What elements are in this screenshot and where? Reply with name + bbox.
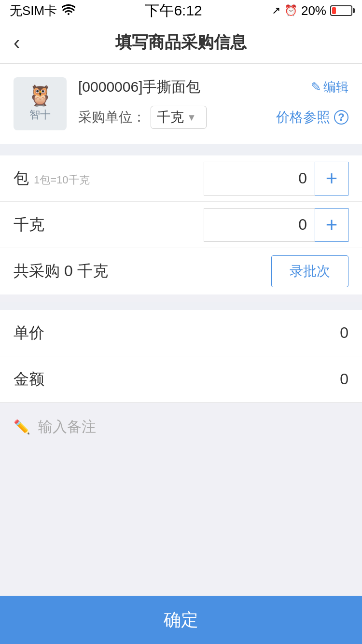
- edit-button[interactable]: ✎ 编辑: [311, 79, 348, 96]
- bag-input-row: 包 1包=10千克 0 +: [0, 155, 362, 202]
- amount-row: 金额 0: [0, 356, 362, 403]
- bag-plus-button[interactable]: +: [315, 162, 348, 196]
- page-title: 填写商品采购信息: [115, 31, 247, 54]
- unit-prefix: 采购单位：: [78, 108, 146, 126]
- unit-label: 采购单位： 千克 ▼: [78, 106, 207, 129]
- edit-icon: ✎: [311, 80, 321, 95]
- product-title: 手撕面包: [142, 79, 200, 95]
- carrier-label: 无SIM卡: [10, 2, 57, 19]
- summary-row: 共采购 0 千克 录批次: [0, 248, 362, 294]
- price-ref-info-icon: ?: [334, 110, 348, 125]
- confirm-button[interactable]: 确定: [0, 596, 362, 644]
- product-image-owl: 🦉: [28, 85, 53, 106]
- product-info: [0000006]手撕面包 ✎ 编辑 采购单位： 千克 ▼ 价格参照 ?: [78, 77, 348, 129]
- price-ref-button[interactable]: 价格参照 ?: [276, 108, 348, 126]
- bag-label: 包 1包=10千克: [14, 168, 90, 189]
- remark-section[interactable]: ✏️ 输入备注: [0, 403, 362, 451]
- summary-unit: 千克: [77, 262, 108, 280]
- kg-input-field[interactable]: 0: [204, 208, 315, 242]
- bag-label-text: 包: [14, 168, 29, 189]
- kg-input-right: 0 +: [204, 208, 348, 242]
- price-ref-label: 价格参照: [276, 108, 330, 126]
- kg-value: 0: [298, 216, 307, 234]
- status-bar: 无SIM卡 下午6:12 ↗ ⏰ 20%: [0, 0, 362, 21]
- section-divider-2: [0, 302, 362, 310]
- nav-bar: ‹ 填写商品采购信息: [0, 21, 362, 64]
- status-right: ↗ ⏰ 20%: [272, 3, 352, 18]
- kg-label-text: 千克: [14, 214, 44, 236]
- product-info-top: [0000006]手撕面包 ✎ 编辑: [78, 77, 348, 97]
- bag-value: 0: [298, 169, 307, 187]
- product-image-text: 智十: [29, 108, 51, 122]
- edit-label: 编辑: [323, 79, 348, 96]
- section-divider-1: [0, 148, 362, 155]
- unit-price-value: 0: [340, 324, 348, 342]
- wifi-icon: [62, 3, 75, 18]
- price-section: 单价 0 金额 0: [0, 302, 362, 403]
- battery-percent: 20%: [301, 3, 326, 18]
- bag-input-field[interactable]: 0: [204, 162, 315, 196]
- remark-icon: ✏️: [14, 419, 30, 435]
- unit-value: 千克: [157, 108, 184, 126]
- product-info-bottom: 采购单位： 千克 ▼ 价格参照 ?: [78, 106, 348, 129]
- location-icon: ↗: [272, 4, 280, 17]
- bottom-area: [0, 451, 362, 596]
- amount-label: 金额: [14, 369, 44, 390]
- bag-input-right: 0 +: [204, 162, 348, 196]
- product-name: [0000006]手撕面包: [78, 77, 200, 97]
- product-id: [0000006]: [78, 79, 142, 95]
- unit-select[interactable]: 千克 ▼: [151, 106, 207, 129]
- kg-input-row: 千克 0 +: [0, 202, 362, 248]
- battery-icon: [330, 5, 352, 16]
- alarm-icon: ⏰: [284, 4, 297, 17]
- product-image: 🦉 智十: [14, 77, 67, 130]
- remark-input[interactable]: 输入备注: [38, 417, 96, 437]
- status-time: 下午6:12: [145, 1, 202, 21]
- batch-button[interactable]: 录批次: [271, 255, 348, 287]
- kg-label: 千克: [14, 214, 44, 236]
- status-left: 无SIM卡: [10, 2, 75, 19]
- unit-dropdown-arrow: ▼: [187, 112, 196, 123]
- summary-label: 共采购 0 千克: [14, 261, 108, 282]
- summary-prefix: 共采购: [14, 262, 64, 280]
- summary-amount: 0: [64, 262, 77, 280]
- back-button[interactable]: ‹: [14, 33, 20, 52]
- product-card: 🦉 智十 [0000006]手撕面包 ✎ 编辑 采购单位： 千克 ▼ 价格参照: [0, 64, 362, 148]
- input-section: 包 1包=10千克 0 + 千克 0 + 共采购 0 千克 录批次: [0, 155, 362, 294]
- kg-plus-button[interactable]: +: [315, 208, 348, 242]
- unit-price-row: 单价 0: [0, 310, 362, 356]
- bag-sub-label: 1包=10千克: [34, 173, 90, 187]
- unit-price-label: 单价: [14, 322, 44, 344]
- amount-value: 0: [340, 370, 348, 388]
